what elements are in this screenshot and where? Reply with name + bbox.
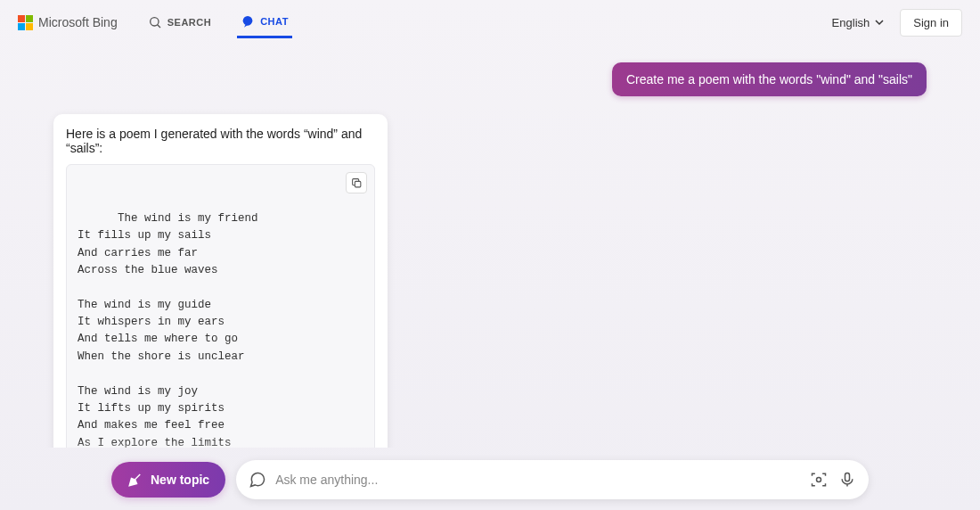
language-selector[interactable]: English	[832, 16, 885, 29]
header-right: English Sign in	[832, 9, 962, 37]
language-label: English	[832, 16, 870, 29]
chevron-down-icon	[875, 18, 884, 27]
input-icons	[810, 471, 856, 489]
chat-container: Create me a poem with the words "wind" a…	[0, 45, 980, 448]
bot-intro-text: Here is a poem I generated with the word…	[66, 127, 375, 155]
new-topic-label: New topic	[151, 473, 209, 487]
input-container	[236, 460, 869, 499]
svg-rect-3	[355, 181, 361, 187]
svg-point-0	[150, 18, 158, 26]
chat-input[interactable]	[275, 473, 810, 487]
tab-chat[interactable]: CHAT	[237, 7, 292, 38]
tab-search-label: SEARCH	[167, 17, 211, 28]
microphone-icon[interactable]	[838, 471, 856, 489]
nav-tabs: SEARCH CHAT	[144, 7, 292, 38]
copy-icon	[351, 177, 363, 189]
bot-message: Here is a poem I generated with the word…	[53, 114, 388, 448]
signin-button[interactable]: Sign in	[900, 9, 962, 37]
chat-bubble-icon	[241, 14, 255, 29]
poem-block: The wind is my friend It fills up my sai…	[66, 164, 375, 448]
poem-text: The wind is my friend It fills up my sai…	[78, 212, 258, 448]
bottom-bar: New topic	[0, 460, 980, 499]
copy-button[interactable]	[346, 172, 367, 193]
search-icon	[148, 15, 162, 29]
svg-line-1	[157, 25, 159, 28]
microsoft-logo-icon	[18, 15, 33, 30]
logo[interactable]: Microsoft Bing	[18, 15, 118, 30]
svg-point-2	[243, 16, 253, 26]
tab-chat-label: CHAT	[260, 16, 289, 27]
svg-rect-5	[845, 473, 850, 481]
visual-search-icon[interactable]	[810, 471, 828, 489]
logo-text: Microsoft Bing	[38, 15, 118, 29]
header: Microsoft Bing SEARCH CHAT English Sign …	[0, 0, 980, 45]
new-topic-button[interactable]: New topic	[111, 462, 225, 498]
chat-input-icon	[249, 471, 266, 489]
user-message: Create me a poem with the words "wind" a…	[612, 62, 927, 96]
broom-icon	[127, 472, 143, 488]
svg-point-4	[817, 478, 821, 482]
tab-search[interactable]: SEARCH	[144, 7, 215, 38]
